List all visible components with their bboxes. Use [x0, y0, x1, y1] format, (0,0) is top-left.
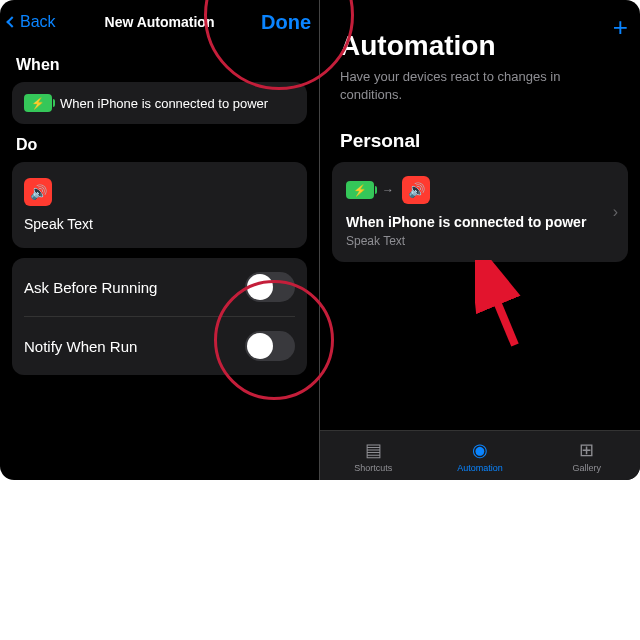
do-section-label: Do — [0, 124, 319, 162]
tab-label: Shortcuts — [354, 463, 392, 473]
battery-charging-icon: ⚡ — [346, 181, 374, 199]
clock-icon: ◉ — [472, 439, 488, 461]
grid-icon: ⊞ — [579, 439, 594, 461]
tab-bar: ▤ Shortcuts ◉ Automation ⊞ Gallery — [320, 430, 640, 480]
automation-item[interactable]: ⚡ → 🔊 When iPhone is connected to power … — [332, 162, 628, 262]
tab-shortcuts[interactable]: ▤ Shortcuts — [343, 439, 403, 473]
stack-icon: ▤ — [365, 439, 382, 461]
chevron-right-icon: › — [613, 203, 618, 221]
action-name: Speak Text — [24, 216, 295, 232]
add-automation-button[interactable]: + — [613, 12, 628, 43]
chevron-left-icon — [6, 16, 17, 27]
nav-title: New Automation — [105, 14, 215, 30]
back-label: Back — [20, 13, 56, 31]
automation-subtitle: Speak Text — [346, 234, 614, 248]
battery-charging-icon: ⚡ — [24, 94, 52, 112]
tab-label: Automation — [457, 463, 503, 473]
when-condition-text: When iPhone is connected to power — [60, 96, 268, 111]
automation-list-screen: + Automation Have your devices react to … — [320, 0, 640, 480]
tab-gallery[interactable]: ⊞ Gallery — [557, 439, 617, 473]
speaker-icon: 🔊 — [24, 178, 52, 206]
back-button[interactable]: Back — [8, 13, 56, 31]
annotation-circle-toggles — [214, 280, 334, 400]
arrow-right-icon: → — [382, 183, 394, 197]
automation-title: When iPhone is connected to power — [346, 214, 614, 230]
automation-icons-row: ⚡ → 🔊 — [346, 176, 614, 204]
ask-before-running-label: Ask Before Running — [24, 279, 157, 296]
svg-line-1 — [483, 268, 515, 345]
tab-automation[interactable]: ◉ Automation — [450, 439, 510, 473]
page-subtitle: Have your devices react to changes in co… — [320, 68, 640, 120]
tab-label: Gallery — [572, 463, 601, 473]
annotation-arrow — [475, 260, 525, 354]
speaker-icon: 🔊 — [402, 176, 430, 204]
personal-section-label: Personal — [320, 120, 640, 162]
page-title: Automation — [320, 0, 640, 68]
notify-when-run-label: Notify When Run — [24, 338, 137, 355]
new-automation-screen: Back New Automation Done When ⚡ When iPh… — [0, 0, 320, 480]
do-action-card[interactable]: 🔊 Speak Text — [12, 162, 307, 248]
